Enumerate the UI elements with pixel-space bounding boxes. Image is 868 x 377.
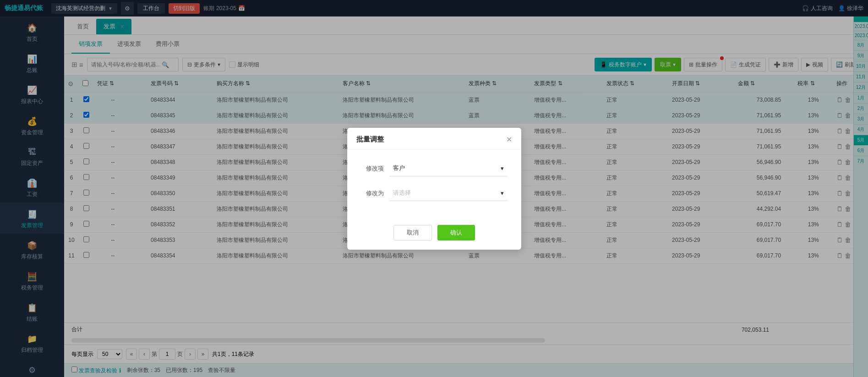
- batch-adjust-modal: 批量调整 ✕ 修改项 客户 ▾ 修改为 请选择 ▾ 取消 确认: [347, 128, 521, 250]
- confirm-button[interactable]: 确认: [437, 225, 475, 240]
- modal-overlay: 批量调整 ✕ 修改项 客户 ▾ 修改为 请选择 ▾ 取消 确认: [0, 0, 868, 377]
- modal-header: 批量调整 ✕: [347, 128, 521, 150]
- field-value: 客户: [393, 164, 405, 172]
- value-select[interactable]: 请选择 ▾: [389, 186, 508, 201]
- cancel-button[interactable]: 取消: [393, 225, 432, 240]
- modal-title: 批量调整: [356, 135, 384, 144]
- modal-body: 修改项 客户 ▾ 修改为 请选择 ▾: [347, 150, 521, 221]
- form-row-value: 修改为 请选择 ▾: [361, 186, 508, 201]
- field-select[interactable]: 客户 ▾: [389, 161, 508, 176]
- modal-footer: 取消 确认: [347, 221, 521, 250]
- modal-close-btn[interactable]: ✕: [506, 135, 512, 144]
- value-placeholder: 请选择: [393, 189, 411, 197]
- value-label: 修改为: [361, 189, 384, 197]
- field-dropdown-arrow: ▾: [501, 165, 504, 172]
- field-label: 修改项: [361, 164, 384, 173]
- value-dropdown-arrow: ▾: [501, 190, 504, 197]
- form-row-field: 修改项 客户 ▾: [361, 161, 508, 176]
